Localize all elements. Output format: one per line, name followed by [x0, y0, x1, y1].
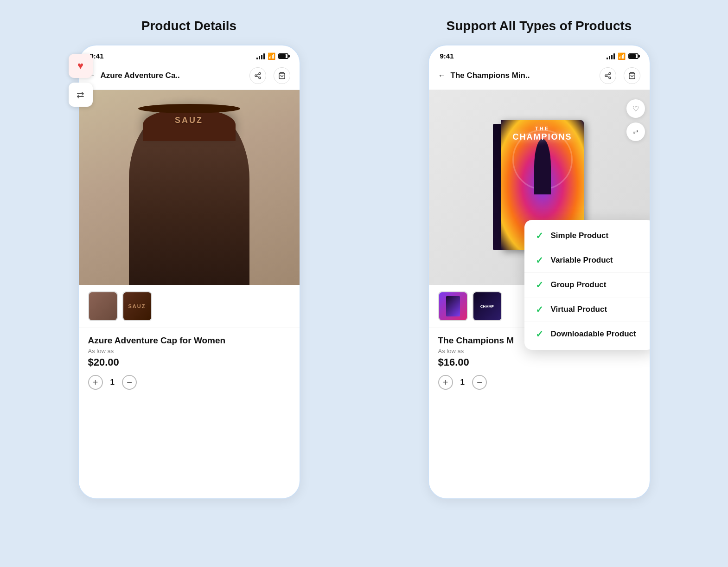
swap-button[interactable]: ⇄	[69, 83, 93, 107]
qty-increase-left[interactable]: +	[88, 375, 103, 390]
price-label-left: As low as	[88, 348, 290, 354]
dropdown-label-virtual: Virtual Product	[551, 305, 607, 314]
dropdown-label-group: Group Product	[551, 280, 607, 290]
svg-point-0	[259, 72, 261, 74]
time-right: 9:41	[440, 52, 454, 60]
share-button-left[interactable]	[249, 67, 266, 84]
side-actions-right: ♡ ⇄	[626, 99, 645, 141]
product-price-right: $16.00	[438, 356, 640, 368]
thumbnail-row-left: SAUZ	[79, 285, 300, 328]
check-downloadable-icon: ✓	[536, 329, 543, 340]
signal-icon-right	[607, 53, 615, 59]
dropdown-item-simple[interactable]: ✓ Simple Product	[524, 224, 651, 248]
svg-line-9	[607, 76, 609, 77]
check-virtual-icon: ✓	[536, 304, 543, 315]
thumbnail-right-1[interactable]	[438, 291, 468, 321]
dropdown-item-virtual[interactable]: ✓ Virtual Product	[524, 297, 651, 322]
svg-line-4	[256, 74, 259, 75]
signal-icon	[256, 53, 265, 59]
right-phone-frame: 9:41 📶 ← The Champions Min..	[428, 45, 651, 499]
thumbnail-right-2[interactable]: CHAMP	[473, 291, 502, 321]
nav-title-right: The Champions Min..	[451, 71, 530, 80]
svg-line-10	[607, 74, 609, 75]
svg-point-2	[259, 77, 261, 79]
nav-right-right	[600, 67, 640, 84]
status-icons-right: 📶	[607, 52, 639, 60]
dropdown-item-variable[interactable]: ✓ Variable Product	[524, 248, 651, 273]
heart-outline-icon: ♡	[632, 104, 639, 113]
qty-increase-right[interactable]: +	[438, 375, 453, 390]
right-section: Support All Types of Products 9:41 📶	[378, 19, 700, 499]
left-phone-wrapper: ♥ ⇄ 9:41 📶	[78, 45, 300, 499]
svg-point-1	[255, 75, 257, 77]
dropdown-item-group[interactable]: ✓ Group Product	[524, 273, 651, 297]
product-name-left: Azure Adventure Cap for Women	[88, 335, 290, 346]
svg-point-7	[605, 75, 607, 77]
cart-button-left[interactable]	[274, 67, 290, 84]
back-icon-right[interactable]: ←	[438, 71, 446, 80]
nav-bar-right: ← The Champions Min..	[429, 64, 650, 90]
check-group-icon: ✓	[536, 279, 543, 290]
dropdown-label-variable: Variable Product	[551, 256, 613, 265]
product-image-right: THE CHAMPIONS MINING ♡ ⇄	[429, 90, 650, 285]
heart-icon: ♥	[77, 60, 83, 72]
compare-button-right[interactable]: ⇄	[626, 122, 645, 141]
right-title: Support All Types of Products	[447, 19, 632, 33]
svg-point-6	[609, 72, 611, 74]
svg-line-3	[256, 76, 259, 77]
qty-decrease-right[interactable]: −	[472, 375, 487, 390]
right-phone-wrapper: 9:41 📶 ← The Champions Min..	[428, 45, 651, 499]
qty-value-left: 1	[110, 378, 115, 387]
left-title: Product Details	[141, 19, 236, 33]
share-button-right[interactable]	[600, 67, 616, 84]
qty-control-right: + 1 −	[438, 375, 640, 390]
nav-left: ← Azure Adventure Ca..	[88, 71, 180, 80]
left-section: Product Details ♥ ⇄ 9:41	[28, 19, 350, 499]
qty-decrease-left[interactable]: −	[122, 375, 137, 390]
check-simple-icon: ✓	[536, 230, 543, 241]
battery-icon	[278, 53, 288, 59]
left-phone-frame: 9:41 📶 ← Azure Adventure Ca..	[78, 45, 300, 499]
compare-icon: ⇄	[633, 128, 639, 135]
status-bar-left: 9:41 📶	[79, 45, 300, 64]
qty-control-left: + 1 −	[88, 375, 290, 390]
status-bar-right: 9:41 📶	[429, 45, 650, 64]
nav-left-right: ← The Champions Min..	[438, 71, 530, 80]
wifi-icon: 📶	[268, 52, 275, 60]
dropdown-label-downloadable: Downloadable Product	[551, 329, 636, 339]
nav-title-left: Azure Adventure Ca..	[101, 71, 180, 80]
status-icons-left: 📶	[256, 52, 288, 60]
product-image-left: SAUZ	[79, 90, 300, 285]
wishlist-button-right[interactable]: ♡	[626, 99, 645, 118]
product-info-left: Azure Adventure Cap for Women As low as …	[79, 328, 300, 397]
check-variable-icon: ✓	[536, 255, 543, 266]
nav-bar-left: ← Azure Adventure Ca..	[79, 64, 300, 90]
wifi-icon-right: 📶	[618, 52, 626, 60]
product-type-dropdown: ✓ Simple Product ✓ Variable Product ✓ Gr…	[524, 220, 651, 350]
hat-model-image: SAUZ	[79, 90, 300, 285]
dropdown-label-simple: Simple Product	[551, 231, 609, 240]
dropdown-item-downloadable[interactable]: ✓ Downloadable Product	[524, 322, 651, 346]
cart-button-right[interactable]	[624, 67, 640, 84]
svg-point-8	[609, 77, 611, 79]
swap-icon: ⇄	[77, 89, 84, 100]
nav-right-left	[249, 67, 290, 84]
thumbnail-1[interactable]	[88, 291, 118, 321]
qty-value-right: 1	[460, 378, 465, 387]
product-price-left: $20.00	[88, 356, 290, 368]
battery-icon-right	[628, 53, 639, 59]
thumbnail-2[interactable]: SAUZ	[122, 291, 152, 321]
favorite-button[interactable]: ♥	[69, 54, 93, 78]
floating-actions: ♥ ⇄	[69, 54, 93, 107]
